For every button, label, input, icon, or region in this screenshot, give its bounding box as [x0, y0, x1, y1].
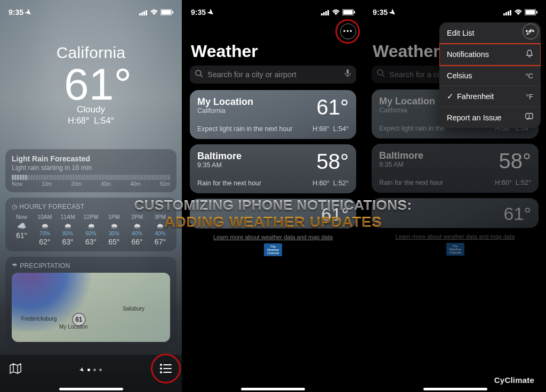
home-indicator[interactable]: [241, 388, 305, 390]
svg-rect-25: [508, 11, 509, 15]
forecast-subtitle: Light rain starting in 16 min: [12, 164, 170, 172]
minute-forecast-panel[interactable]: Light Rain Forecasted Light rain startin…: [5, 149, 176, 192]
hourly-row[interactable]: Now☁️61°10AM🌧70%62°11AM🌧80%63°12PM🌧60%63…: [12, 214, 170, 246]
precipitation-panel[interactable]: ☂ PRECIPITATION Fredericksburg Salisbury…: [5, 257, 176, 345]
location-card-partial[interactable]: 61°: [190, 199, 356, 228]
data-attribution-link[interactable]: Learn more about weather data and map da…: [182, 234, 364, 240]
hourly-item: 3PM🌧40%67°: [150, 214, 170, 246]
menu-fahrenheit[interactable]: ✓Fahrenheit °F: [439, 86, 541, 107]
location-arrow-icon: ➤: [206, 7, 216, 18]
clock-icon: ◷: [12, 203, 17, 210]
svg-line-21: [200, 75, 203, 77]
search-icon: [195, 70, 203, 80]
svg-rect-18: [343, 10, 353, 15]
svg-rect-16: [327, 10, 329, 15]
precipitation-map[interactable]: Fredericksburg Salisbury 61 My Location: [12, 273, 170, 342]
brand-watermark: CyClimate: [494, 375, 534, 385]
svg-rect-28: [526, 10, 535, 15]
location-arrow-icon: ➤: [388, 7, 398, 18]
forecast-title: Light Rain Forecasted: [12, 154, 170, 163]
weather-detail-screen: 9:35 ➤ California 61° Cloudy H:68° L:54°…: [0, 0, 182, 392]
menu-celsius[interactable]: Celsius°C: [439, 66, 541, 86]
precip-header: ☂ PRECIPITATION: [12, 262, 170, 270]
status-bar: 9:35➤: [364, 0, 546, 21]
report-icon: [525, 113, 533, 122]
page-title: Weather: [182, 40, 364, 66]
umbrella-icon: ☂: [12, 262, 18, 270]
svg-point-32: [529, 117, 529, 118]
svg-rect-29: [536, 11, 537, 14]
mic-icon[interactable]: [344, 69, 351, 80]
precip-tick-labels: Now10m20m30m40m50m: [12, 181, 170, 187]
hourly-forecast-panel[interactable]: ◷ HOURLY FORECAST Now☁️61°10AM🌧70%62°11A…: [5, 198, 176, 251]
menu-notifications[interactable]: Notifications: [439, 44, 541, 66]
weather-list-screen: 9:35➤ ••• Weather Search for a city or a…: [182, 0, 364, 392]
location-arrow-icon: ➤: [77, 365, 85, 374]
hourly-item: 10AM🌧70%62°: [35, 214, 54, 246]
menu-report-issue[interactable]: Report an Issue: [439, 107, 541, 128]
home-indicator[interactable]: [59, 388, 123, 390]
map-pin-label: My Location: [59, 324, 88, 330]
svg-point-20: [196, 70, 201, 76]
bottom-toolbar: ➤: [0, 355, 182, 392]
svg-point-7: [160, 364, 162, 365]
map-icon[interactable]: [10, 363, 21, 376]
list-icon[interactable]: [159, 363, 172, 376]
hourly-item: 11AM🌧80%63°: [58, 214, 78, 246]
weather-channel-logo: TheWeatherChannel: [264, 243, 282, 256]
status-bar: 9:35➤: [182, 0, 364, 21]
hourly-item: 1PM🌧30%65°: [104, 214, 124, 246]
search-input[interactable]: Search for a city or airport: [190, 66, 356, 84]
weather-list-menu-screen: 9:35➤ ••• Edit List Notifications Celsiu…: [364, 0, 546, 392]
svg-rect-22: [347, 69, 349, 74]
location-card-my-location[interactable]: My Location California 61° Expect light …: [190, 90, 356, 139]
battery-icon: [525, 9, 537, 15]
hourly-item: 12PM🌧60%63°: [81, 214, 101, 246]
cellular-icon: [321, 10, 330, 15]
search-placeholder: Search for a city or airport: [207, 70, 340, 79]
svg-rect-13: [321, 13, 323, 15]
battery-icon: [342, 9, 355, 15]
wifi-icon: [514, 9, 523, 15]
more-button[interactable]: •••: [523, 23, 539, 39]
hourly-header: ◷ HOURLY FORECAST: [12, 203, 170, 210]
location-card-baltimore[interactable]: Baltimore 9:35 AM 58° Rain for the next …: [190, 144, 356, 193]
svg-rect-19: [354, 11, 355, 14]
svg-rect-14: [323, 12, 325, 15]
svg-rect-26: [510, 10, 511, 15]
bell-icon: [526, 50, 533, 59]
check-icon: ✓: [447, 92, 454, 101]
wifi-icon: [332, 9, 340, 15]
more-button[interactable]: •••: [340, 23, 356, 39]
svg-point-11: [160, 372, 162, 373]
svg-rect-23: [503, 13, 505, 15]
svg-rect-15: [325, 11, 327, 15]
precip-bars: [12, 175, 170, 180]
home-indicator[interactable]: [423, 388, 487, 390]
page-dots[interactable]: ➤: [79, 366, 102, 373]
hourly-item: Now☁️61°: [12, 214, 31, 246]
svg-point-9: [160, 368, 162, 369]
cellular-icon: [503, 10, 512, 15]
map-city-fredericksburg: Fredericksburg: [21, 316, 57, 322]
hourly-item: 2PM🌧40%66°: [127, 214, 147, 246]
map-city-salisbury: Salisbury: [123, 306, 144, 312]
svg-rect-24: [505, 12, 507, 15]
